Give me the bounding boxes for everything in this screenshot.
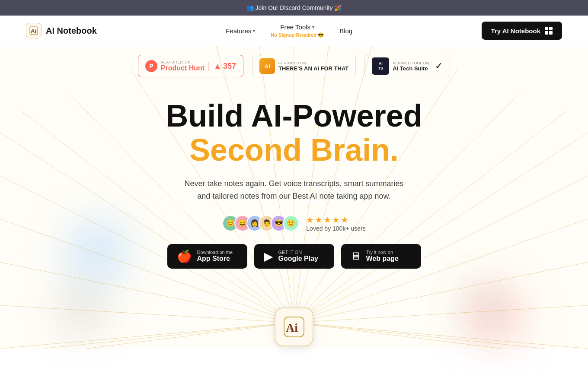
product-hunt-icon: P bbox=[145, 60, 157, 72]
web-small: Try it now on bbox=[366, 250, 393, 255]
app-store-large: App Store bbox=[197, 255, 230, 263]
free-tools-label: Free Tools bbox=[280, 23, 310, 31]
gp-large: Google Play bbox=[278, 255, 318, 263]
ph-featured-label: FEATURED ON bbox=[161, 60, 205, 64]
hero-description: Never take notes again. Get voice transc… bbox=[9, 178, 579, 203]
ph-count-num: 357 bbox=[223, 62, 236, 71]
ph-arrow: ▲ bbox=[214, 62, 221, 71]
cta-buttons-row: 🍎 Download on the App Store ▶ GET IT ON … bbox=[9, 244, 579, 269]
ai-for-that-name: THERE'S AN AI FOR THAT bbox=[278, 65, 348, 72]
features-chevron: ▾ bbox=[253, 29, 255, 33]
google-play-text: GET IT ON Google Play bbox=[278, 250, 318, 263]
app-store-small: Download on the bbox=[197, 250, 233, 255]
hero-title-line2: Second Brain. bbox=[9, 133, 579, 167]
social-proof: 😊 😄 👩 👨 😎 🙂 ★★★★★ Loved by 100k+ users bbox=[9, 215, 579, 232]
stars: ★★★★★ bbox=[306, 215, 349, 225]
hero-section: Build AI-Powered Second Brain. Never tak… bbox=[0, 82, 588, 295]
svg-text:Ai: Ai bbox=[31, 28, 36, 34]
hero-title-line1: Build AI-Powered bbox=[9, 99, 579, 133]
web-text: Try it now on Web page bbox=[366, 250, 399, 263]
cta-button-label: Try AI Notebook bbox=[491, 27, 540, 35]
badges-row: P FEATURED ON Product Hunt ▲ 357 AI FEAT… bbox=[0, 46, 588, 82]
ph-name: Product Hunt bbox=[161, 64, 205, 72]
free-tools-sub: No Signup Required 😎 bbox=[271, 32, 324, 38]
aits-verified: Verified Tool on bbox=[393, 61, 429, 65]
navbar: Ai AI Notebook Features ▾ Free Tools ▾ N… bbox=[0, 16, 588, 46]
ai-for-that-icon: AI bbox=[259, 58, 275, 74]
monitor-icon: 🖥 bbox=[351, 250, 361, 262]
ph-count: ▲ 357 bbox=[208, 62, 236, 71]
top-banner[interactable]: 👥 Join Our Discord Community 🎉 bbox=[0, 0, 588, 16]
ai-tech-suite-badge[interactable]: AI TS Verified Tool on AI Tech Suite ✓ bbox=[364, 55, 450, 77]
svg-text:Ai: Ai bbox=[286, 321, 298, 334]
logo-icon: Ai bbox=[26, 23, 42, 38]
product-hunt-badge[interactable]: P FEATURED ON Product Hunt ▲ 357 bbox=[138, 55, 243, 77]
free-tools-nav[interactable]: Free Tools ▾ No Signup Required 😎 bbox=[271, 23, 324, 38]
blog-label: Blog bbox=[339, 27, 352, 35]
free-tools-chevron: ▾ bbox=[312, 25, 314, 29]
banner-text: 👥 Join Our Discord Community 🎉 bbox=[246, 4, 342, 11]
app-icon-container: Ai bbox=[0, 295, 588, 346]
play-icon: ▶ bbox=[264, 249, 273, 263]
features-label: Features bbox=[226, 27, 251, 35]
web-large: Web page bbox=[366, 255, 399, 263]
main-content: P FEATURED ON Product Hunt ▲ 357 AI FEAT… bbox=[0, 46, 588, 349]
nav-links: Features ▾ Free Tools ▾ No Signup Requir… bbox=[226, 23, 352, 38]
user-avatars: 😊 😄 👩 👨 😎 🙂 bbox=[222, 215, 299, 231]
loved-text: Loved by 100k+ users bbox=[306, 225, 365, 232]
features-nav[interactable]: Features ▾ bbox=[226, 27, 255, 35]
google-play-button[interactable]: ▶ GET IT ON Google Play bbox=[254, 244, 334, 269]
aits-name: AI Tech Suite bbox=[393, 65, 429, 72]
ai-tech-suite-text: Verified Tool on AI Tech Suite bbox=[393, 61, 429, 72]
gp-small: GET IT ON bbox=[278, 250, 302, 255]
app-icon: Ai bbox=[275, 308, 313, 346]
ai-for-that-featured: FEATURED ON bbox=[278, 61, 348, 65]
blog-nav[interactable]: Blog bbox=[339, 27, 352, 35]
app-store-text: Download on the App Store bbox=[197, 250, 233, 263]
ai-for-that-badge[interactable]: AI FEATURED ON THERE'S AN AI FOR THAT bbox=[252, 55, 356, 77]
web-page-button[interactable]: 🖥 Try it now on Web page bbox=[341, 244, 421, 269]
app-store-button[interactable]: 🍎 Download on the App Store bbox=[167, 244, 247, 269]
stars-section: ★★★★★ Loved by 100k+ users bbox=[306, 215, 365, 232]
logo[interactable]: Ai AI Notebook bbox=[26, 23, 97, 38]
apple-icon: 🍎 bbox=[177, 249, 192, 263]
try-ai-notebook-button[interactable]: Try AI Notebook bbox=[482, 22, 562, 40]
product-hunt-text: FEATURED ON Product Hunt bbox=[161, 60, 205, 72]
aits-icon: AI TS bbox=[372, 57, 389, 75]
qr-icon bbox=[545, 27, 553, 35]
avatar-6: 🙂 bbox=[283, 215, 299, 231]
logo-label: AI Notebook bbox=[46, 26, 97, 36]
ai-for-that-text: FEATURED ON THERE'S AN AI FOR THAT bbox=[278, 61, 348, 72]
aits-check: ✓ bbox=[435, 60, 443, 72]
